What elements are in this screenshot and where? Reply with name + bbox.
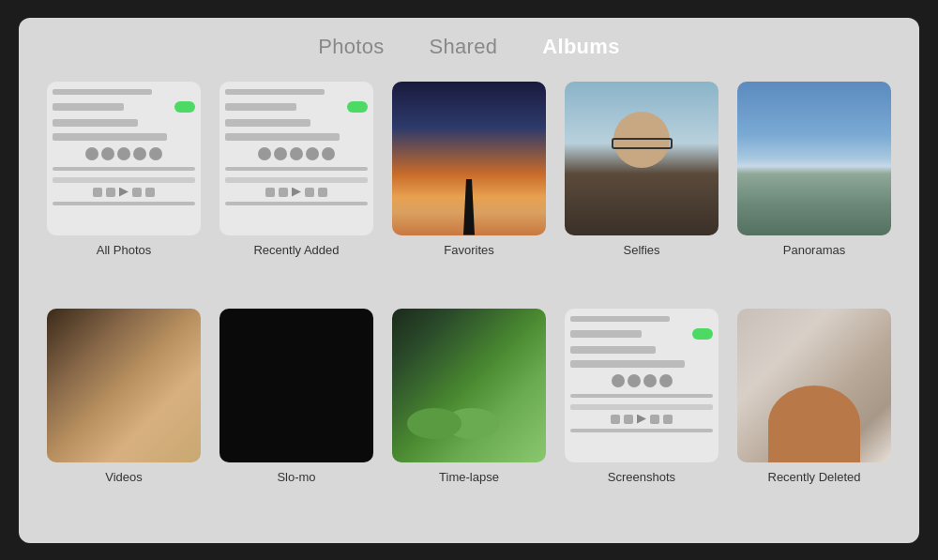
album-panoramas[interactable]: Panoramas	[737, 82, 891, 294]
album-time-lapse[interactable]: Time-lapse	[392, 309, 546, 521]
album-thumb-videos	[47, 309, 201, 462]
album-slo-mo[interactable]: Slo-mo	[219, 309, 373, 521]
album-label-selfies: Selfies	[623, 243, 659, 257]
album-recently-added[interactable]: Recently Added	[219, 82, 373, 294]
album-videos[interactable]: Videos	[47, 309, 201, 521]
album-label-all-photos: All Photos	[97, 243, 152, 257]
album-thumb-slomo	[219, 309, 373, 462]
album-label-slo-mo: Slo-mo	[277, 470, 315, 484]
album-thumb-recently-deleted	[737, 309, 891, 462]
album-all-photos[interactable]: All Photos	[47, 82, 201, 294]
album-thumb-timelapse	[392, 309, 546, 462]
album-label-panoramas: Panoramas	[783, 243, 845, 257]
albums-grid: All Photos	[47, 82, 891, 521]
tv-ui: Photos Shared Albums	[19, 18, 919, 543]
album-selfies[interactable]: Selfies	[565, 82, 719, 294]
album-favorites[interactable]: Favorites	[392, 82, 546, 294]
album-thumb-screenshots	[565, 309, 719, 462]
album-thumb-selfies	[565, 82, 719, 235]
album-label-time-lapse: Time-lapse	[439, 470, 499, 484]
album-thumb-recently-added	[219, 82, 373, 235]
tab-albums[interactable]: Albums	[542, 35, 619, 59]
album-label-screenshots: Screenshots	[608, 470, 675, 484]
album-label-recently-deleted: Recently Deleted	[768, 470, 861, 484]
album-label-videos: Videos	[105, 470, 143, 484]
tab-bar: Photos Shared Albums	[318, 35, 620, 59]
tab-photos[interactable]: Photos	[318, 35, 384, 59]
album-thumb-favorites	[392, 82, 546, 235]
tab-shared[interactable]: Shared	[430, 35, 498, 59]
album-screenshots[interactable]: Screenshots	[565, 309, 719, 521]
album-thumb-panoramas	[737, 82, 891, 235]
album-label-recently-added: Recently Added	[253, 243, 339, 257]
album-label-favorites: Favorites	[444, 243, 493, 257]
album-recently-deleted[interactable]: Recently Deleted	[737, 309, 891, 521]
album-thumb-all-photos	[47, 82, 201, 235]
